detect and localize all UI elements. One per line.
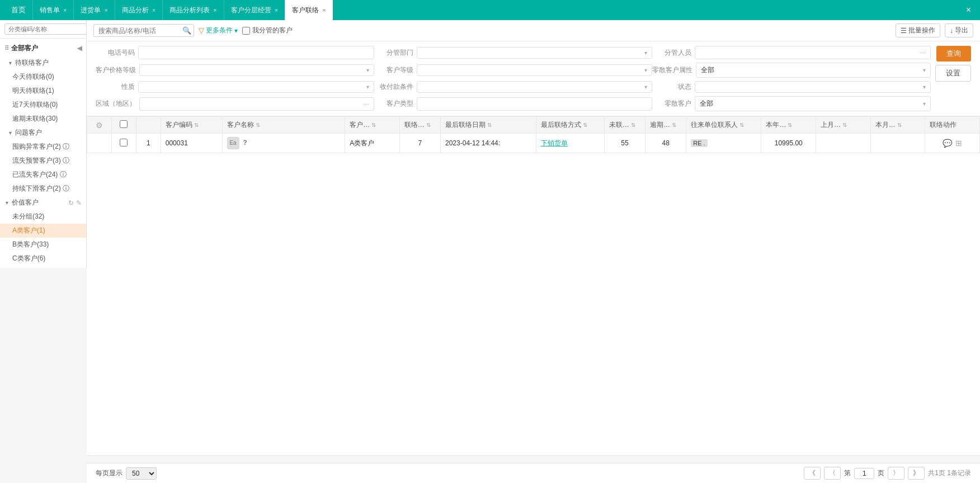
refresh-icon[interactable]: ↻: [68, 199, 74, 207]
th-last-date-label: 最后联络日期: [445, 120, 486, 130]
filter-label-person: 分管人员: [652, 48, 691, 58]
batch-op-button[interactable]: ☰ 批量操作: [896, 23, 940, 37]
sidebar-item-unclassified[interactable]: 未分组(32): [0, 210, 86, 224]
setting-button[interactable]: 设置: [935, 65, 971, 82]
table-row: 1 000031 Ea？ A类客户 7 2023-04-12 14:44: 下销…: [87, 134, 980, 153]
last-method-link[interactable]: 下销货单: [541, 139, 568, 147]
triangle-icon-value: ▼: [4, 200, 10, 206]
nav-tab-purchase[interactable]: 进货单 ×: [73, 0, 114, 20]
filter-select-scattered-attr[interactable]: 全部 ▾: [696, 63, 931, 78]
bottom-scrollbar[interactable]: [87, 455, 980, 463]
filter-search-icon[interactable]: 🔍: [182, 26, 191, 35]
sidebar-all-customers[interactable]: ⠿ 全部客户 ◀: [0, 41, 86, 56]
sort-icon-name[interactable]: ⇅: [256, 122, 260, 128]
sort-icon-this-month[interactable]: ⇅: [897, 122, 902, 128]
export-button[interactable]: ↓ 导出: [945, 23, 973, 37]
th-type-label: 客户…: [350, 120, 370, 130]
filter-input-customer-type[interactable]: [417, 97, 653, 111]
filter-select-dept[interactable]: ▾: [417, 47, 653, 59]
sort-icon-no-contact[interactable]: ⇅: [631, 122, 635, 128]
row-checkbox[interactable]: [120, 139, 128, 146]
td-action: 💬 ⊞: [925, 134, 980, 153]
page-size-select[interactable]: 50 20 100: [126, 467, 157, 480]
filter-select-price-grade[interactable]: ▾: [139, 64, 374, 76]
select-all-checkbox[interactable]: [120, 120, 128, 128]
first-page-button[interactable]: 《: [804, 467, 821, 480]
filter-cell-dept: 分管部门 ▾: [374, 47, 653, 59]
sort-icon-type[interactable]: ⇅: [371, 122, 376, 128]
grid-icon[interactable]: ⊞: [955, 139, 962, 148]
filter-dots-person[interactable]: ···: [695, 46, 931, 59]
filter-label-phone: 电话号码: [96, 48, 135, 58]
filter-select-scattered[interactable]: 全部 ▾: [695, 96, 931, 111]
sort-icon-last-method[interactable]: ⇅: [583, 122, 587, 128]
th-action-label: 联络动作: [930, 120, 957, 130]
ellipsis-icon-person[interactable]: ···: [920, 49, 926, 56]
action-icons: 💬 ⊞: [930, 139, 975, 148]
sidebar-group-waiting[interactable]: ▼ 待联络客户: [0, 56, 86, 70]
sidebar-item-today-contact[interactable]: 今天待联络(0): [0, 70, 86, 84]
nav-home[interactable]: 首页: [4, 0, 32, 20]
global-close-button[interactable]: ×: [962, 5, 976, 15]
edit-icon[interactable]: ✎: [76, 199, 82, 207]
query-button[interactable]: 查询: [936, 46, 971, 61]
sort-icon-code[interactable]: ⇅: [194, 122, 199, 128]
sort-icon-last-month[interactable]: ⇅: [842, 122, 847, 128]
comment-icon[interactable]: 💬: [943, 139, 952, 148]
sidebar-item-churned[interactable]: 已流失客户(24) ⓘ: [0, 168, 86, 182]
filter-select-nature[interactable]: ▾: [138, 81, 374, 93]
sort-icon-this-year[interactable]: ⇅: [788, 122, 792, 128]
sidebar-item-declining[interactable]: 持续下滑客户(2) ⓘ: [0, 182, 86, 196]
filter-search-input[interactable]: [98, 27, 182, 35]
nav-tab-product-analysis[interactable]: 商品分析 ×: [115, 0, 162, 20]
filter-cell-scattered: 零散客户 全部 ▾: [652, 96, 931, 111]
sort-icon-contact[interactable]: ⇅: [426, 122, 431, 128]
th-this-month-label: 本月…: [875, 120, 896, 130]
prev-page-button[interactable]: 〈: [824, 467, 841, 480]
last-page-button[interactable]: 》: [908, 467, 925, 480]
sort-icon-last-date[interactable]: ⇅: [487, 122, 492, 128]
page-number-input[interactable]: [854, 468, 874, 479]
value-group-actions: ↻ ✎: [68, 199, 82, 207]
sort-icon-overdue[interactable]: ⇅: [672, 122, 676, 128]
nav-tab-purchase-close[interactable]: ×: [104, 7, 107, 13]
sort-icon-contacts[interactable]: ⇅: [739, 122, 744, 128]
sidebar-item-overdue-contact[interactable]: 逾期未联络(30): [0, 112, 86, 126]
my-customer-checkbox[interactable]: [242, 27, 250, 35]
th-overdue: 逾期…⇅: [646, 117, 686, 134]
filter-select-payment[interactable]: ▾: [417, 81, 653, 93]
sidebar-group-problem[interactable]: ▼ 问题客户: [0, 126, 86, 140]
sidebar-item-class-a[interactable]: A类客户(1): [0, 224, 86, 238]
sidebar-group-value[interactable]: ▼ 价值客户 ↻ ✎: [0, 196, 86, 210]
th-name-label: 客户名称: [227, 120, 254, 130]
nav-tab-customer-tier-close[interactable]: ×: [275, 7, 278, 13]
next-page-button[interactable]: 〉: [888, 467, 904, 480]
nav-tab-sales[interactable]: 销售单 ×: [32, 0, 73, 20]
sidebar-item-churn-warning[interactable]: 流失预警客户(3) ⓘ: [0, 154, 86, 168]
filter-select-status[interactable]: ▾: [695, 81, 931, 93]
filter-select-customer-grade[interactable]: ▾: [417, 64, 653, 76]
sidebar-item-tomorrow-contact[interactable]: 明天待联络(1): [0, 84, 86, 98]
nav-tab-sales-close[interactable]: ×: [63, 7, 67, 13]
collapse-icon[interactable]: ◀: [77, 45, 82, 52]
gear-icon[interactable]: ⚙: [96, 121, 103, 130]
th-last-method: 最后联络方式⇅: [536, 117, 604, 134]
nav-tab-customer-contact-close[interactable]: ×: [322, 7, 326, 13]
nav-tab-customer-tier[interactable]: 客户分层经营 ×: [224, 0, 285, 20]
query-setting-col: 查询 设置: [935, 46, 971, 111]
nav-tab-product-list-close[interactable]: ×: [213, 7, 216, 13]
ellipsis-icon-region[interactable]: ···: [364, 100, 369, 108]
sidebar-item-hoard-abnormal[interactable]: 囤购异常客户(2) ⓘ: [0, 140, 86, 154]
th-contact-label: 联络…: [404, 120, 425, 130]
nav-tab-product-list[interactable]: 商品分析列表 ×: [162, 0, 223, 20]
sidebar-item-class-b[interactable]: B类客户(33): [0, 238, 86, 252]
sidebar-item-class-c[interactable]: C类客户(6): [0, 252, 86, 266]
more-filter-button[interactable]: ▽ 更多条件 ▾: [199, 26, 238, 35]
sidebar-item-7day-contact[interactable]: 近7天待联络(0): [0, 98, 86, 112]
nav-tab-customer-contact[interactable]: 客户联络 ×: [285, 0, 332, 20]
filter-dots-region[interactable]: ···: [139, 97, 374, 111]
sidebar-search-input[interactable]: [4, 23, 87, 35]
nav-tab-product-analysis-close[interactable]: ×: [152, 7, 156, 13]
th-code: 客户编码⇅: [161, 117, 222, 134]
filter-input-phone[interactable]: [138, 46, 374, 59]
